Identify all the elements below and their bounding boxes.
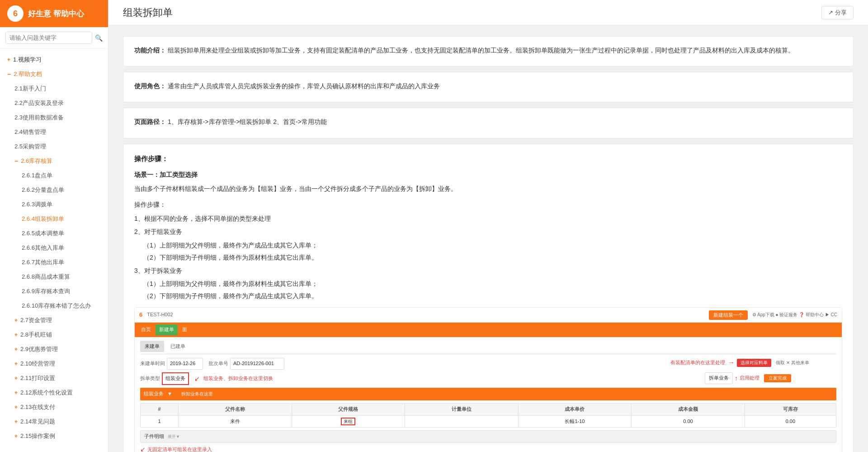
ss-tab-new[interactable]: 来建单 [140, 341, 164, 352]
ss-table-title: 组装业务 [144, 390, 164, 399]
sidebar-item-payment[interactable]: + 2.13在线支付 [0, 400, 108, 414]
ss-tab-done[interactable]: 已建单 [166, 341, 190, 352]
ss-td-spec: 来组 [292, 415, 405, 428]
ss-type-group: 拆单类型 组装业务 [140, 372, 189, 385]
step3-sublist: （1）上部明细为父件明细，最终作为原材料生成其它出库单； （2）下部明细为子件明… [134, 278, 842, 302]
sidebar-item-faq[interactable]: + 2.14常见问题 [0, 414, 108, 429]
nav-tree: + 1.视频学习 − 2.帮助文档 2.1新手入门 2.2产品安装及登录 2.3… [0, 49, 108, 452]
ss-td-amount: 0.00 [745, 415, 836, 428]
sidebar-item-other-in[interactable]: 2.6.6其他入库单 [0, 241, 108, 255]
sidebar-header: 6 好生意 帮助中心 [0, 0, 108, 27]
sidebar-item-assembly[interactable]: 2.6.4组装拆卸单 [0, 212, 108, 226]
sidebar-item-transfer[interactable]: 2.6.3调拨单 [0, 197, 108, 212]
ss-annotation1: 有装配清单的在这里处理 [670, 358, 725, 367]
collapse-icon: − [7, 71, 11, 77]
share-button[interactable]: ↗ 分享 [821, 6, 854, 19]
expand-icon-cases: + [14, 433, 18, 439]
ss-search-input[interactable]: 拆单业务 [705, 372, 733, 384]
ss-nav-new[interactable]: 新建单 [156, 324, 178, 335]
intro-text: 功能介绍： 组装拆卸单用来处理企业组装或拆卸等加工业务，支持有固定装配清单的产品… [134, 45, 842, 56]
sidebar-title: 好生意 帮助中心 [28, 9, 84, 19]
search-icon[interactable]: 🔍 [95, 34, 103, 42]
sidebar-item-stocktake[interactable]: 2.6.1盘点单 [0, 168, 108, 183]
ss-nav-list[interactable]: 面 [179, 324, 190, 335]
expand-icon-customize: + [14, 390, 18, 396]
ss-batch-label: 批次单号 [208, 359, 228, 368]
sidebar-item-finance[interactable]: + 2.7资金管理 [0, 313, 108, 328]
top-bar: 组装拆卸单 ↗ 分享 [108, 0, 868, 25]
scenario1-desc: 当由多个子件材料组装成一个成品的业务为【组装】业务，当由一个父件拆分成多个子产品… [134, 183, 842, 195]
expand-icon-mobile: + [14, 332, 18, 338]
step-2: 2、对于组装业务 （1）上部明细为父件明细，最终作为产成品生成其它入库单； （2… [134, 226, 842, 263]
expand-icon: + [7, 57, 10, 63]
scenario1-title: 场景一：加工类型选择 [134, 169, 842, 181]
ss-th-cost-amt: 成本金额 [632, 403, 745, 415]
search-input[interactable] [5, 32, 92, 44]
ss-new-btn[interactable]: 新建组装一个 [709, 310, 748, 320]
ss-logo: 6 [139, 309, 142, 320]
sidebar-item-stock-error[interactable]: 2.6.10库存账本错了怎么办 [0, 299, 108, 313]
step3-sub1: （1）上部明细为父件明细，最终作为原材料生成其它出库单； [143, 278, 842, 290]
main-content: 组装拆卸单 ↗ 分享 功能介绍： 组装拆卸单用来处理企业组装或拆卸等加工业务，支… [108, 0, 868, 452]
path-text: 页面路径： 1、库存核算->库存管理->组装拆卸单 2、首页->常用功能 [134, 116, 842, 128]
step-3: 3、对于拆装业务 （1）上部明细为父件明细，最终作为原材料生成其它出库单； （2… [134, 265, 842, 302]
sidebar-item-cost-adjust[interactable]: 2.6.5成本调整单 [0, 226, 108, 241]
ss-main-table: # 父件名称 父件规格 计量单位 成本单价 成本金额 可库存 [140, 403, 836, 428]
ss-form-batch: 批次单号 AD-20191226-001 [208, 358, 284, 370]
sidebar-item-cost-recalc[interactable]: 2.6.8商品成本重算 [0, 270, 108, 284]
ss-annotation3: 启用处理 [740, 374, 760, 383]
expand-icon-payment: + [14, 404, 18, 410]
ss-subtable-header: 子件明细 展开▼ [140, 430, 836, 443]
intro-card: 功能介绍： 组装拆卸单用来处理企业组装或拆卸等加工业务，支持有固定装配清单的产品… [123, 36, 854, 67]
ss-th-cost-unit: 成本单价 [518, 403, 632, 415]
step2-sublist: （1）上部明细为父件明细，最终作为产成品生成其它入库单； （2）下部明细为子件明… [134, 240, 842, 263]
ss-th-no: # [141, 403, 179, 415]
expand-icon-ops: + [14, 361, 18, 367]
ss-confirm-btn[interactable]: 立案完成 [764, 374, 791, 382]
ss-th-parent-name: 父件名称 [179, 403, 292, 415]
ss-nav-icons: ⚙ App下载 ● 验证服务 ❓ 帮助中心 ▶ CC [752, 311, 837, 319]
table-row: 1 来件 来组 长幅1-10 0.00 0.00 [141, 415, 836, 428]
ss-extra-btns: 领取 ✕ 其他来单 [776, 359, 809, 367]
steps-title: 操作步骤： [134, 152, 842, 165]
sidebar-item-print[interactable]: + 2.11打印设置 [0, 371, 108, 385]
sidebar-item-mobile[interactable]: + 2.8手机旺铺 [0, 328, 108, 342]
step2-sub2: （2）下部明细为子件明细，最终作为原材料生成其它出库单。 [143, 252, 842, 263]
step-1: 1、根据不同的业务，选择不同单据的类型来处理 [134, 213, 842, 224]
sidebar-item-purchase[interactable]: 2.5采购管理 [0, 139, 108, 154]
sidebar-item-coupon[interactable]: + 2.9优惠券管理 [0, 342, 108, 357]
ss-select-btn[interactable]: 选择对应料单 [737, 359, 771, 367]
ss-arrow2: ↙ [194, 373, 200, 385]
step3-sub2: （2）下部明细为子件明细，最终作为产成品生成其它入库单。 [143, 290, 842, 302]
ss-subtable-wrapper: 子件明细 展开▼ ↙ 无固定清单可组装在这里录入 [140, 430, 836, 452]
sidebar-item-cases[interactable]: + 2.15操作案例 [0, 429, 108, 443]
ss-annotation4-group: ↙ 无固定清单可组装在这里录入 [140, 444, 836, 452]
ss-form-date: 来建单时间 2019-12-26 [140, 358, 203, 370]
sidebar-item-newcomer[interactable]: 2.1新手入门 [0, 81, 108, 96]
expand-icon-finance: + [14, 317, 18, 324]
sidebar-item-sales[interactable]: 2.4销售管理 [0, 125, 108, 139]
sidebar-item-prepare[interactable]: 2.3使用前数据准备 [0, 110, 108, 125]
ss-td-no: 1 [141, 415, 179, 428]
ss-subtable-title: 子件明细 [144, 432, 164, 441]
sidebar-item-customize[interactable]: + 2.12系统个性化设置 [0, 385, 108, 400]
ss-arrow3: ↑ [735, 373, 738, 384]
page-title: 组装拆卸单 [123, 6, 173, 19]
ss-td-unit [405, 415, 519, 428]
sidebar-item-stock-query[interactable]: 2.6.9库存账本查询 [0, 284, 108, 299]
sidebar-item-docs[interactable]: − 2.帮助文档 [0, 67, 108, 81]
steps-intro-label: 操作步骤： [134, 199, 842, 210]
role-card: 使用角色： 通常由生产人员或库管人员完成拆装业务的操作，库管人员确认原材料的出库… [123, 72, 854, 102]
ss-arrow4: ↙ [140, 444, 146, 452]
sidebar-item-partial-stocktake[interactable]: 2.6.2分量盘点单 [0, 183, 108, 197]
sidebar-item-ops[interactable]: + 2.10经营管理 [0, 357, 108, 371]
screenshot-inner: 6 TEST-H002 新建组装一个 ⚙ App下载 ● 验证服务 ❓ 帮助中心… [135, 308, 842, 452]
ss-date-label: 来建单时间 [140, 359, 165, 368]
sidebar-item-inventory[interactable]: − 2.6库存核算 [0, 154, 108, 168]
sidebar-item-videos[interactable]: + 1.视频学习 [0, 52, 108, 67]
logo-icon: 6 [7, 5, 24, 22]
sidebar-item-other-out[interactable]: 2.6.7其他出库单 [0, 255, 108, 270]
ss-nav-home[interactable]: 自页 [138, 324, 154, 335]
steps-list: 1、根据不同的业务，选择不同单据的类型来处理 2、对于组装业务 （1）上部明细为… [134, 213, 842, 302]
sidebar-item-install[interactable]: 2.2产品安装及登录 [0, 96, 108, 110]
